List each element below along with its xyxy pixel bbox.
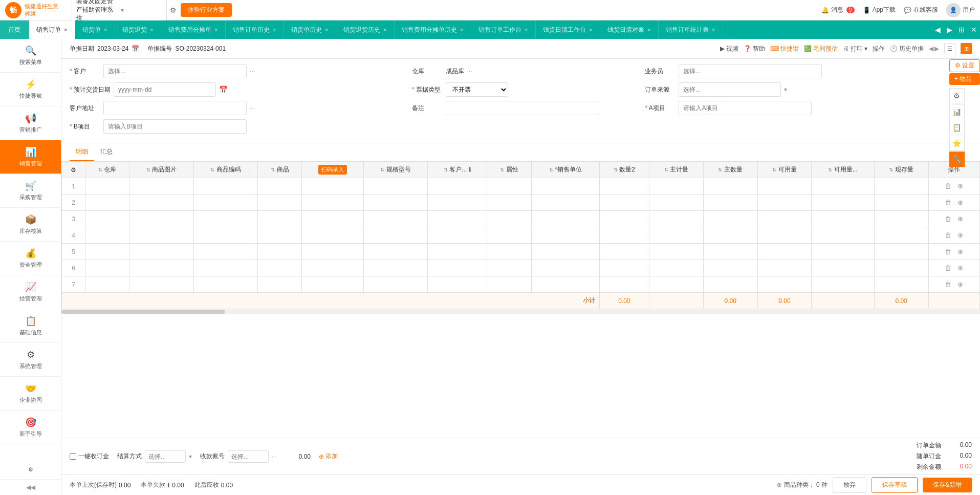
nav-prev-btn[interactable]: ◀ — [929, 45, 933, 52]
save-new-button[interactable]: 保存&新增 — [923, 478, 972, 492]
close-tab-icon[interactable]: ✕ — [272, 27, 276, 33]
sidebar-item-purchase[interactable]: 🛒 采购管理 — [0, 174, 61, 208]
save-draft-button[interactable]: 保存草稿 — [872, 477, 918, 493]
tab-invoice-history[interactable]: 销货单历史 ✕ — [284, 20, 336, 39]
operations-action[interactable]: 操作 — [873, 45, 885, 53]
app-download-button[interactable]: 📱 App下载 — [863, 6, 896, 14]
address-ellipsis[interactable]: ··· — [250, 104, 255, 112]
user-menu[interactable]: 👤 用户 — [946, 3, 975, 17]
horizontal-scrollbar[interactable] — [61, 309, 980, 314]
list-view-btn[interactable]: ☰ — [944, 43, 955, 54]
tab-daily-workbench[interactable]: 钱货日清工作台 ✕ — [536, 20, 600, 39]
shortcut-action[interactable]: ⌨ 快捷键 — [770, 45, 799, 53]
customer-ellipsis[interactable]: ··· — [250, 68, 255, 75]
close-tab-icon[interactable]: ✕ — [103, 27, 107, 33]
nav-expand-icon[interactable]: ⊞ — [955, 26, 968, 34]
tab-return-history[interactable]: 销货退货历史 ✕ — [336, 20, 395, 39]
delete-row-icon[interactable]: 🗑 — [943, 263, 953, 273]
tab-sales-cost[interactable]: 销售费用分摊单 ✕ — [161, 20, 226, 39]
rfp-btn-5[interactable]: 🔧 — [949, 152, 965, 167]
invoice-type-select[interactable]: 不开票 增值税普通发票 增值税专用发票 — [446, 82, 508, 97]
project-a-input[interactable] — [679, 101, 812, 115]
chevron-down-icon[interactable]: ▾ — [784, 86, 787, 93]
order-source-input[interactable] — [679, 82, 781, 97]
close-tab-icon[interactable]: ✕ — [63, 27, 68, 33]
add-account-button[interactable]: ⊕ 添加 — [319, 452, 338, 461]
settlement-input[interactable] — [145, 450, 186, 463]
nav-next-btn[interactable]: ▶ — [934, 45, 939, 52]
solution-button[interactable]: 体验行业方案 — [181, 3, 232, 17]
close-tab-icon[interactable]: ✕ — [149, 27, 154, 33]
nav-prev-icon[interactable]: ◀ — [932, 26, 944, 34]
tab-sales-invoice[interactable]: 销货单 ✕ — [75, 20, 115, 39]
calendar-icon[interactable]: 📅 — [132, 45, 139, 52]
delivery-date-input[interactable] — [114, 82, 216, 97]
view-action[interactable]: ▶ 视频 — [720, 45, 738, 53]
settings-float-btn[interactable]: ⚙ 设置 — [949, 59, 980, 72]
sidebar-item-marketing[interactable]: 📢 营销推广 — [0, 106, 61, 140]
sidebar-item-sales[interactable]: 📊 销售管理 — [0, 140, 61, 174]
tab-home[interactable]: 首页 — [0, 20, 29, 39]
tab-sales-return[interactable]: 销货退货 ✕ — [115, 20, 161, 39]
copy-row-icon[interactable]: ⊕ — [955, 247, 965, 257]
copy-row-icon[interactable]: ⊕ — [955, 181, 965, 191]
nav-close-icon[interactable]: ✕ — [968, 26, 980, 34]
rfp-btn-4[interactable]: ⭐ — [949, 136, 965, 151]
delete-row-icon[interactable]: 🗑 — [943, 247, 953, 257]
copy-row-icon[interactable]: ⊕ — [955, 279, 965, 290]
delete-row-icon[interactable]: 🗑 — [943, 214, 953, 224]
close-tab-icon[interactable]: ✕ — [460, 27, 464, 33]
calendar-icon[interactable]: 📅 — [219, 85, 228, 94]
close-tab-icon[interactable]: ✕ — [324, 27, 329, 33]
profit-action[interactable]: 💹 毛利预估 — [804, 45, 838, 53]
online-service-button[interactable]: 💬 在线客服 — [904, 6, 938, 14]
project-b-input[interactable] — [103, 119, 247, 134]
copy-row-icon[interactable]: ⊕ — [955, 198, 965, 208]
delete-row-icon[interactable]: 🗑 — [943, 230, 953, 241]
sidebar-item-search[interactable]: 🔍 搜索菜单 — [0, 39, 61, 73]
tab-stats[interactable]: 销售订单统计表 ✕ — [659, 20, 723, 39]
sidebar-item-collab[interactable]: 🤝 企业协同 — [0, 377, 61, 411]
tab-sales-history[interactable]: 销售订单历史 ✕ — [226, 20, 284, 39]
history-action[interactable]: 🕐 历史单据 — [890, 45, 924, 53]
close-tab-icon[interactable]: ✕ — [647, 27, 651, 33]
rfp-btn-3[interactable]: 📋 — [949, 120, 965, 135]
grid-view-btn[interactable]: ⊞ — [961, 43, 972, 54]
close-tab-icon[interactable]: ✕ — [711, 27, 715, 33]
gear-icon[interactable]: ⚙ — [170, 6, 177, 14]
tab-daily-reconcile[interactable]: 钱货日清对账 ✕ — [600, 20, 659, 39]
rfp-btn-1[interactable]: ⚙ — [949, 88, 965, 103]
tab-sales-order[interactable]: 销售订单 ✕ — [29, 20, 75, 39]
sidebar-item-inventory[interactable]: 📦 库存核算 — [0, 208, 61, 242]
note-input[interactable] — [446, 101, 599, 115]
close-tab-icon[interactable]: ✕ — [589, 27, 593, 33]
close-tab-icon[interactable]: ✕ — [524, 27, 528, 33]
sidebar-item-system[interactable]: ⚙ 系统管理 — [0, 343, 61, 377]
close-tab-icon[interactable]: ✕ — [214, 27, 218, 33]
copy-row-icon[interactable]: ⊕ — [955, 214, 965, 224]
one-click-checkbox[interactable] — [70, 453, 76, 460]
delete-row-icon[interactable]: 🗑 — [943, 181, 953, 191]
account-ellipsis[interactable]: ··· — [272, 453, 277, 460]
discard-button[interactable]: 放弃 — [833, 477, 866, 493]
sidebar-item-base[interactable]: 📋 基础信息 — [0, 309, 61, 343]
account-input[interactable] — [228, 450, 269, 463]
nav-next-icon[interactable]: ▶ — [944, 26, 955, 34]
delete-row-icon[interactable]: 🗑 — [943, 198, 953, 208]
warehouse-ellipsis[interactable]: ··· — [467, 68, 472, 75]
customer-input[interactable] — [103, 64, 247, 78]
tab-summary[interactable]: 汇总 — [94, 143, 119, 161]
sidebar-item-guide[interactable]: 🎯 新手引导 — [0, 411, 61, 444]
sidebar-item-nav[interactable]: ⚡ 快捷导航 — [0, 73, 61, 106]
sidebar-collapse-btn[interactable]: ◀◀ — [0, 480, 61, 495]
help-action[interactable]: ❓ 帮助 — [744, 45, 765, 53]
copy-row-icon[interactable]: ⊕ — [955, 230, 965, 241]
copy-row-icon[interactable]: ⊕ — [955, 263, 965, 273]
tab-cost-history[interactable]: 销售费用分摊单历史 ✕ — [395, 20, 471, 39]
sidebar-settings-btn[interactable]: ⚙ — [0, 460, 61, 480]
salesperson-input[interactable] — [679, 64, 822, 78]
chevron-down-icon[interactable]: ▾ — [189, 453, 192, 460]
print-action[interactable]: 🖨 打印 ▾ — [843, 45, 867, 53]
scan-input-btn[interactable]: 扫码录入 — [318, 165, 347, 175]
close-tab-icon[interactable]: ✕ — [383, 27, 387, 33]
